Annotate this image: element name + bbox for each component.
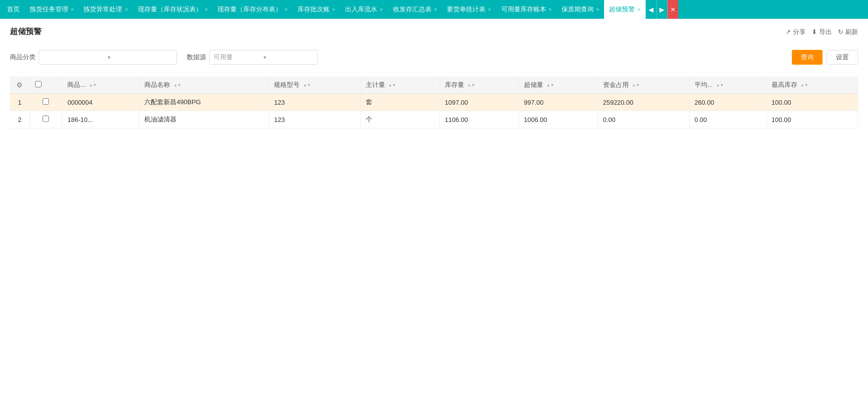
top-navigation: 首页 拣货任务管理 × 拣货异常处理 × 现存量（库存状况表） × 现存量（库存… [0, 0, 868, 19]
datasource-select[interactable]: 可用量 ▾ [209, 50, 318, 65]
select-all-checkbox[interactable] [35, 81, 42, 87]
export-button[interactable]: ⬇ 导出 [812, 28, 832, 37]
row-overstock: 1006.00 [519, 111, 598, 128]
category-filter-label: 商品分类 [10, 53, 36, 62]
table-col-unit[interactable]: 主计量 ▲▼ [360, 77, 439, 94]
table-row: 2 186-10... 机油滤清器 123 个 1106.00 1006.00 … [10, 111, 858, 128]
nav-summary-close[interactable]: × [434, 6, 437, 12]
query-button[interactable]: 查询 [792, 50, 823, 65]
row-avg: 260.00 [689, 94, 766, 111]
nav-order-stats-label: 要货单统计表 [447, 5, 485, 14]
nav-batch-close[interactable]: × [332, 6, 335, 12]
nav-close-all[interactable]: ✕ [667, 0, 678, 19]
page-header: 超储预警 ↗ 分享 ⬇ 导出 ↻ 刷新 [10, 27, 858, 37]
row-spec: 123 [269, 94, 360, 111]
nav-task-mgmt[interactable]: 拣货任务管理 × [25, 0, 79, 19]
col-capital-label: 资金占用 [603, 81, 629, 88]
row-product-code: 0000004 [62, 94, 139, 111]
row-stock: 1106.00 [439, 111, 519, 128]
datasource-filter: 数据源 可用量 ▾ [187, 50, 318, 65]
nav-batch-label: 库存批次账 [298, 5, 330, 14]
row-checkbox-cell[interactable] [30, 94, 62, 111]
nav-summary-label: 收发存汇总表 [393, 5, 432, 14]
nav-available[interactable]: 可用量库存账本 × [496, 0, 557, 19]
table-col-capital[interactable]: 资金占用 ▲▼ [598, 77, 689, 94]
nav-expiry-close[interactable]: × [596, 6, 599, 12]
row-checkbox[interactable] [43, 116, 49, 122]
share-icon: ↗ [785, 28, 791, 36]
nav-exception-close[interactable]: × [125, 6, 128, 12]
table-header-checkbox[interactable] [30, 77, 62, 94]
share-button[interactable]: ↗ 分享 [785, 28, 806, 37]
settings-icon[interactable]: ⚙ [16, 81, 23, 89]
nav-stock-dist[interactable]: 现存量（库存分布表） × [213, 0, 292, 19]
nav-exception[interactable]: 拣货异常处理 × [79, 0, 132, 19]
nav-order-stats-close[interactable]: × [488, 6, 491, 12]
data-table: ⚙ 商品... ▲▼ 商品名称 ▲▼ 规格型号 ▲▼ 主计 [10, 77, 858, 128]
col-max-stock-label: 最高库存 [772, 81, 797, 88]
nav-exception-label: 拣货异常处理 [84, 5, 122, 14]
col-unit-label: 主计量 [366, 81, 385, 88]
row-unit: 套 [360, 94, 439, 111]
nav-overstock[interactable]: 超储预警 × [604, 0, 645, 19]
table-col-avg[interactable]: 平均... ▲▼ [689, 77, 766, 94]
row-checkbox[interactable] [43, 98, 49, 105]
row-max-stock: 100.00 [766, 94, 858, 111]
nav-overstock-close[interactable]: × [637, 6, 640, 12]
category-select[interactable]: ▾ [39, 50, 177, 65]
table-header-settings[interactable]: ⚙ [10, 77, 30, 94]
row-product-name: 机油滤清器 [139, 111, 269, 128]
row-product-name: 六配套新昌490BPG [139, 94, 269, 111]
header-actions: ↗ 分享 ⬇ 导出 ↻ 刷新 [785, 28, 858, 37]
nav-stock-dist-close[interactable]: × [284, 6, 287, 12]
nav-next-arrow[interactable]: ▶ [656, 0, 667, 19]
category-filter: 商品分类 ▾ [10, 50, 177, 65]
table-col-max-stock[interactable]: 最高库存 ▲▼ [766, 77, 858, 94]
nav-stock-status[interactable]: 现存量（库存状况表） × [133, 0, 213, 19]
nav-stock-dist-label: 现存量（库存分布表） [217, 5, 282, 14]
row-avg: 0.00 [689, 111, 766, 128]
col-spec-label: 规格型号 [274, 81, 300, 88]
nav-task-mgmt-label: 拣货任务管理 [30, 5, 68, 14]
nav-stock-status-close[interactable]: × [205, 6, 208, 12]
nav-stock-status-label: 现存量（库存状况表） [138, 5, 202, 14]
table-col-product-name[interactable]: 商品名称 ▲▼ [139, 77, 269, 94]
col-overstock-label: 超储量 [524, 81, 543, 88]
refresh-label: 刷新 [845, 28, 858, 37]
nav-flow-label: 出入库流水 [345, 5, 377, 14]
nav-expiry-label: 保质期查询 [562, 5, 594, 14]
col-product-name-label: 商品名称 [144, 81, 170, 88]
sort-icon: ▲▼ [89, 83, 97, 87]
refresh-button[interactable]: ↻ 刷新 [838, 28, 858, 37]
sort-icon: ▲▼ [303, 83, 311, 87]
nav-overstock-label: 超储预警 [609, 5, 635, 14]
nav-available-close[interactable]: × [549, 6, 552, 12]
row-unit: 个 [360, 111, 439, 128]
share-label: 分享 [793, 28, 806, 37]
table-col-stock[interactable]: 库存量 ▲▼ [439, 77, 519, 94]
table-col-product-code[interactable]: 商品... ▲▼ [62, 77, 139, 94]
datasource-select-value: 可用量 [214, 53, 263, 62]
row-checkbox-cell[interactable] [30, 111, 62, 128]
export-icon: ⬇ [812, 28, 817, 36]
nav-summary[interactable]: 收发存汇总表 × [388, 0, 442, 19]
nav-batch[interactable]: 库存批次账 × [293, 0, 340, 19]
nav-prev-arrow[interactable]: ◀ [646, 0, 656, 19]
table-col-spec[interactable]: 规格型号 ▲▼ [269, 77, 360, 94]
page-content: 超储预警 ↗ 分享 ⬇ 导出 ↻ 刷新 商品分类 ▾ 数据源 [0, 19, 868, 136]
sort-icon: ▲▼ [174, 83, 181, 87]
sort-icon: ▲▼ [467, 83, 475, 87]
sort-icon: ▲▼ [800, 83, 808, 87]
nav-task-mgmt-close[interactable]: × [71, 6, 74, 12]
nav-expiry[interactable]: 保质期查询 × [557, 0, 604, 19]
settings-button[interactable]: 设置 [826, 50, 858, 65]
nav-order-stats[interactable]: 要货单统计表 × [442, 0, 496, 19]
row-max-stock: 100.00 [766, 111, 858, 128]
nav-flow-close[interactable]: × [380, 6, 383, 12]
row-stock: 1097.00 [439, 94, 519, 111]
nav-home[interactable]: 首页 [2, 0, 25, 19]
table-header: ⚙ 商品... ▲▼ 商品名称 ▲▼ 规格型号 ▲▼ 主计 [10, 77, 858, 94]
col-product-code-label: 商品... [67, 81, 86, 88]
table-col-overstock[interactable]: 超储量 ▲▼ [519, 77, 598, 94]
nav-flow[interactable]: 出入库流水 × [340, 0, 388, 19]
